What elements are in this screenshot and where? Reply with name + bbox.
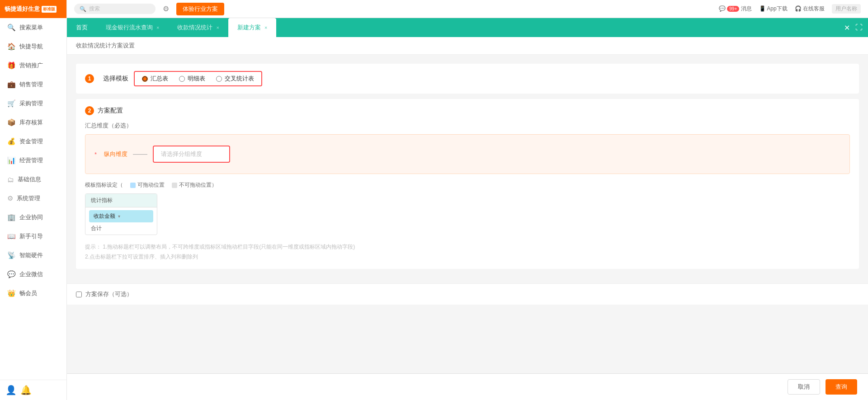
topbar: 🔍 搜索 ⚙ 体验行业方案 💬 99+ 消息 📱 App下载 🎧 在线客服 用户… bbox=[67, 0, 868, 18]
radio-detail-label: 明细表 bbox=[188, 75, 205, 83]
radio-cross[interactable]: 交叉统计表 bbox=[216, 75, 254, 83]
tab-close-bank-flow[interactable]: × bbox=[156, 25, 159, 30]
sidebar-icon-marketing: 🎁 bbox=[7, 61, 16, 70]
tip-2: 2.点击标题栏下拉可设置排序、插入列和删除列 bbox=[85, 252, 850, 262]
sidebar-item-guide[interactable]: 📖新手引导 bbox=[0, 227, 66, 246]
sidebar-label-marketing: 营销推广 bbox=[19, 61, 43, 70]
trial-button[interactable]: 体验行业方案 bbox=[176, 3, 224, 15]
sidebar-icon-purchase: 🛒 bbox=[7, 99, 16, 108]
sidebar-label-guide: 新手引导 bbox=[19, 232, 43, 240]
sidebar-item-system[interactable]: ⚙系统管理 bbox=[0, 189, 66, 208]
close-window-icon[interactable]: ✕ bbox=[844, 24, 850, 32]
radio-summary[interactable]: 汇总表 bbox=[142, 75, 168, 83]
tab-close-collection-stats[interactable]: × bbox=[216, 25, 219, 30]
sidebar-icon-search-menu: 🔍 bbox=[7, 24, 16, 32]
sidebar-label-member: 畅会员 bbox=[19, 289, 37, 297]
tab-label-bank-flow: 现金银行流水查询 bbox=[106, 24, 153, 32]
topbar-right: 💬 99+ 消息 📱 App下载 🎧 在线客服 用户名称 bbox=[719, 4, 861, 14]
indicator-row-total: 合计 bbox=[85, 222, 157, 235]
sidebar-item-finance[interactable]: 💰资金管理 bbox=[0, 132, 66, 151]
sidebar-item-inventory[interactable]: 📦库存核算 bbox=[0, 113, 66, 132]
undraggable-dot bbox=[172, 183, 177, 188]
tips-section: 提示： 1.拖动标题栏可以调整布局，不可跨维度或指标区域拖动栏目字段(只能在同一… bbox=[85, 242, 850, 262]
sidebar-icon-hardware: 📡 bbox=[7, 251, 16, 259]
sidebar-item-wechat[interactable]: 💬企业微信 bbox=[0, 265, 66, 284]
query-button[interactable]: 查询 bbox=[826, 379, 857, 395]
logo-badge: 标准版 bbox=[42, 6, 57, 13]
step2-number: 2 bbox=[85, 106, 94, 115]
save-checkbox[interactable] bbox=[76, 292, 82, 297]
sidebar-bottom: 👤 🔔 bbox=[0, 380, 66, 400]
maximize-icon[interactable]: ⛶ bbox=[855, 24, 863, 32]
tab-bank-flow[interactable]: 现金银行流水查询× bbox=[97, 18, 168, 37]
sidebar-item-quick-nav[interactable]: 🏠快捷导航 bbox=[0, 37, 66, 56]
sidebar-label-purchase: 采购管理 bbox=[19, 99, 43, 108]
sidebar-icon-inventory: 📦 bbox=[7, 118, 16, 127]
action-bar: 取消 查询 bbox=[67, 373, 868, 400]
dim-select-box[interactable]: 请选择分组维度 bbox=[153, 146, 230, 163]
sidebar-icon-basic: 🗂 bbox=[7, 176, 14, 184]
undraggable-label: 不可拖动位置） bbox=[179, 181, 217, 189]
sidebar-item-member[interactable]: 👑畅会员 bbox=[0, 284, 66, 303]
sidebar-item-sales[interactable]: 💼销售管理 bbox=[0, 75, 66, 94]
sidebar-icon-system: ⚙ bbox=[7, 194, 13, 202]
sidebar-label-sales: 销售管理 bbox=[19, 80, 43, 89]
topbar-search[interactable]: 🔍 搜索 bbox=[74, 4, 156, 14]
user-name[interactable]: 用户名称 bbox=[832, 4, 861, 14]
vertical-dim-label: 纵向维度 bbox=[104, 150, 127, 158]
indicator-table-header: 统计指标 bbox=[85, 194, 157, 207]
sidebar-item-hardware[interactable]: 📡智能硬件 bbox=[0, 246, 66, 265]
sidebar-icon-member: 👑 bbox=[7, 289, 16, 297]
step1-section: 1 选择模板 汇总表 明细表 交叉统计表 bbox=[76, 64, 859, 94]
step1-number: 1 bbox=[85, 74, 94, 83]
tabbar-corner: ✕ ⛶ bbox=[844, 24, 868, 32]
sidebar-label-inventory: 库存核算 bbox=[19, 118, 43, 127]
tab-new-plan[interactable]: 新建方案× bbox=[228, 18, 276, 37]
sidebar-icon-operation: 📊 bbox=[7, 156, 16, 165]
indicator-title: 模板指标设定（ bbox=[85, 181, 123, 189]
step1-title: 选择模板 bbox=[103, 75, 128, 83]
legend-undraggable: 不可拖动位置） bbox=[172, 181, 217, 189]
sidebar-item-basic[interactable]: 🗂基础信息 bbox=[0, 170, 66, 189]
radio-detail[interactable]: 明细表 bbox=[179, 75, 205, 83]
app-download[interactable]: 📱 App下载 bbox=[759, 5, 788, 13]
indicator-tag-label: 收款金额 bbox=[94, 212, 115, 220]
sidebar-item-purchase[interactable]: 🛒采购管理 bbox=[0, 94, 66, 113]
radio-detail-input[interactable] bbox=[179, 76, 185, 82]
gear-icon[interactable]: ⚙ bbox=[163, 5, 169, 13]
tab-label-collection-stats: 收款情况统计 bbox=[177, 24, 212, 32]
required-star: * bbox=[94, 151, 97, 158]
sidebar-item-corp[interactable]: 🏢企业协同 bbox=[0, 208, 66, 227]
online-support[interactable]: 🎧 在线客服 bbox=[795, 5, 825, 13]
dimension-title: 汇总维度（必选） bbox=[85, 122, 850, 130]
notification-badge: 99+ bbox=[727, 6, 739, 12]
search-icon: 🔍 bbox=[80, 6, 86, 12]
sidebar-icon-finance: 💰 bbox=[7, 137, 16, 146]
chevron-down-icon: ▾ bbox=[118, 214, 120, 219]
radio-cross-input[interactable] bbox=[216, 76, 222, 82]
indicator-section: 模板指标设定（ 可拖动位置 不可拖动位置） 统计指标 收款 bbox=[85, 181, 850, 235]
sidebar-icon-corp: 🏢 bbox=[7, 213, 16, 221]
page-content: 收款情况统计方案设置 1 选择模板 汇总表 明细表 bbox=[67, 37, 868, 373]
sidebar-label-corp: 企业协同 bbox=[19, 213, 43, 221]
step2-section: 2 方案配置 汇总维度（必选） * 纵向维度 —— 请选择分组维度 bbox=[76, 99, 859, 269]
radio-summary-input[interactable] bbox=[142, 76, 148, 82]
template-options-box: 汇总表 明细表 交叉统计表 bbox=[134, 71, 262, 86]
notification-area[interactable]: 💬 99+ 消息 bbox=[719, 5, 752, 13]
sidebar-item-operation[interactable]: 📊经营管理 bbox=[0, 151, 66, 170]
sidebar-item-marketing[interactable]: 🎁营销推广 bbox=[0, 56, 66, 75]
tab-collection-stats[interactable]: 收款情况统计× bbox=[168, 18, 228, 37]
dimension-area: * 纵向维度 —— 请选择分组维度 bbox=[85, 134, 850, 174]
sidebar-item-search-menu[interactable]: 🔍搜索菜单 bbox=[0, 18, 66, 37]
sidebar-icon-quick-nav: 🏠 bbox=[7, 42, 16, 51]
indicator-tag[interactable]: 收款金额 ▾ bbox=[89, 210, 153, 222]
tab-home[interactable]: 首页 bbox=[67, 18, 97, 37]
tab-close-new-plan[interactable]: × bbox=[264, 25, 267, 30]
indicator-legend: 模板指标设定（ 可拖动位置 不可拖动位置） bbox=[85, 181, 850, 189]
draggable-dot bbox=[130, 183, 136, 188]
sidebar-icon-wechat: 💬 bbox=[7, 270, 16, 278]
sidebar-label-basic: 基础信息 bbox=[18, 175, 41, 184]
cancel-button[interactable]: 取消 bbox=[788, 379, 820, 395]
tab-label-home: 首页 bbox=[76, 24, 88, 32]
sidebar-label-finance: 资金管理 bbox=[19, 137, 43, 146]
